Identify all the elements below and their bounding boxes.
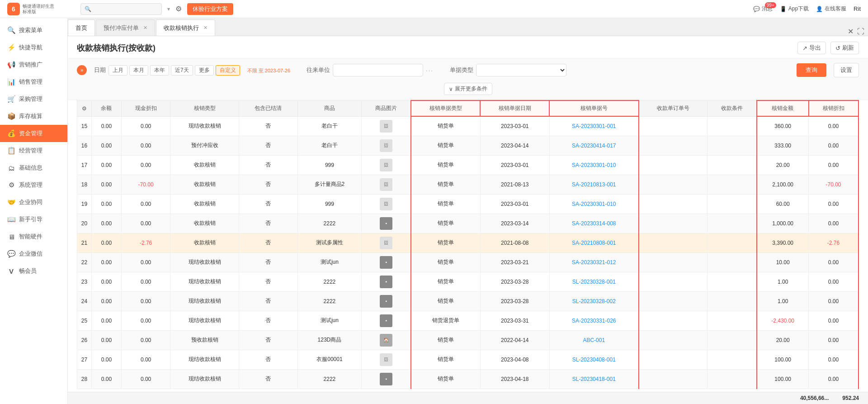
sidebar-item-marketing[interactable]: 📢 营销推广 [0,56,67,73]
cell-verify-type: 预收款核销 [170,330,239,350]
expand-more-icon: ∨ [449,86,453,92]
sidebar-item-quicknav[interactable]: ⚡ 快捷导航 [0,39,67,56]
tab-bar: 首页 预付冲应付单 ✕ 收款核销执行 ✕ ✕ ⛶ [68,18,868,36]
cell-cash-discount: -2.76 [121,233,170,252]
cell-receipt-order-no [639,252,708,272]
cell-bill-no[interactable]: SA-20230331-026 [549,311,638,330]
cell-goods-img: ▪ [362,272,411,291]
cell-bill-no[interactable]: SA-20210813-001 [549,175,638,194]
cell-verify-type: 现结收款核销 [170,272,239,291]
cell-bill-no[interactable]: SA-20230414-017 [549,136,638,155]
sidebar-item-finance[interactable]: 💰 资金管理 [0,125,67,142]
online-service-icon: 👤 [816,6,823,12]
date-more-btn[interactable]: 更多 [195,65,214,76]
cell-goods-img: 🖼 [362,155,411,175]
tab-prepay-close-icon[interactable]: ✕ [143,25,147,31]
export-button[interactable]: ↗ 导出 [797,42,826,54]
cell-goods: 测试jun [297,252,362,272]
filter-bar: » 日期 上月 本月 本年 近7天 更多 自定义 不限 至 202 [68,58,868,100]
logo-text: 畅捷通谱好生意 标准版 [23,4,54,14]
sidebar-item-collab[interactable]: 🤝 企业协同 [0,194,67,211]
cell-bill-no[interactable]: SA-20230301-010 [549,194,638,214]
tab-receipt-verify-close-icon[interactable]: ✕ [203,25,208,31]
cell-verify-amount: 20.00 [757,330,808,350]
cell-verify-type: 现结收款核销 [170,252,239,272]
app-download-button[interactable]: 📱 App下载 [780,5,809,13]
industry-solution-button[interactable]: 休验行业方案 [187,3,233,15]
cell-cash-discount: 0.00 [121,291,170,311]
cell-verify-amount: 2,100.00 [757,175,808,194]
cell-bill-type: 销货单 [411,155,480,175]
sidebar-item-inventory-label: 库存核算 [19,112,42,120]
notifications-button[interactable]: 💬 消息 99+ [753,5,773,13]
tab-home[interactable]: 首页 [68,19,95,36]
sidebar-item-vip[interactable]: V 畅会员 [0,262,67,280]
sidebar-item-sales[interactable]: 📊 销售管理 [0,73,67,90]
cell-bill-no[interactable]: SL-20230418-001 [549,369,638,389]
tab-prepay[interactable]: 预付冲应付单 ✕ [96,19,155,36]
cell-bill-no[interactable]: ABC-001 [549,330,638,350]
billtype-filter-select[interactable] [476,64,566,76]
cell-bill-type: 销货单 [411,233,480,252]
sidebar-item-operations[interactable]: 📋 经营管理 [0,142,67,159]
th-settings[interactable]: ⚙ [77,100,92,116]
cell-bill-no[interactable]: SA-20230321-012 [549,252,638,272]
cell-bill-no[interactable]: SA-20230301-001 [549,116,638,136]
top-search-box[interactable]: 🔍 [80,3,162,15]
date-this-year-btn[interactable]: 本年 [150,65,169,76]
date-last-month-btn[interactable]: 上月 [108,65,127,76]
cell-balance: 0.00 [92,214,122,233]
cell-receipt-order-no [639,369,708,389]
cell-balance: 0.00 [92,369,122,389]
cell-bill-no[interactable]: SA-20230301-010 [549,155,638,175]
sidebar-item-marketing-label: 营销推广 [19,61,42,69]
cell-bill-date: 2023-04-14 [480,136,549,155]
cell-verify-type: 现结收款核销 [170,116,239,136]
sidebar-item-search[interactable]: 🔍 搜索菜单 [0,22,67,39]
cell-verify-amount: 333.00 [757,136,808,155]
cell-goods: 老白干 [297,116,362,136]
sidebar-item-system[interactable]: ⚙ 系统管理 [0,176,67,194]
cell-id: 25 [77,311,92,330]
cell-bill-no[interactable]: SA-20230314-008 [549,214,638,233]
message-icon: 💬 [753,6,760,12]
cell-bill-no[interactable]: SA-20210808-001 [549,233,638,252]
cell-bill-no[interactable]: SL-20230408-001 [549,350,638,369]
cell-bill-no[interactable]: SL-20230328-002 [549,291,638,311]
filter-partner-item: 往来单位 ··· [307,64,434,76]
date-this-month-btn[interactable]: 本月 [129,65,148,76]
cell-id: 21 [77,233,92,252]
cell-verify-amount: 10.00 [757,252,808,272]
cell-balance: 0.00 [92,311,122,330]
cell-cash-discount: 0.00 [121,194,170,214]
cell-cash-discount: -70.00 [121,175,170,194]
date-7days-btn[interactable]: 近7天 [171,65,193,76]
sidebar-item-hardware[interactable]: 🖥 智能硬件 [0,228,67,245]
sidebar-item-guide[interactable]: 📖 新手引导 [0,211,67,228]
th-receipt-condition: 收款条件 [708,100,757,116]
filter-expand-button[interactable]: » [77,65,87,75]
cell-bill-no[interactable]: SL-20230328-001 [549,272,638,291]
sidebar-item-purchase[interactable]: 🛒 采购管理 [0,90,67,108]
tab-receipt-verify[interactable]: 收款核销执行 ✕ [156,19,215,36]
partner-filter-input[interactable] [333,64,423,76]
guide-icon: 📖 [7,215,15,223]
refresh-button[interactable]: ↺ 刷新 [830,42,859,54]
online-service-button[interactable]: 👤 在线客服 [816,5,846,13]
cell-include-settled: 否 [239,252,297,272]
tab-maximize-icon[interactable]: ⛶ [857,28,864,36]
cell-bill-type: 销货单 [411,369,480,389]
setting-button[interactable]: 设置 [834,63,859,77]
sidebar-item-weixin[interactable]: 💬 企业微信 [0,245,67,262]
query-button[interactable]: 查询 [797,63,826,77]
cell-goods: 多计量商品2 [297,175,362,194]
tab-close-window-icon[interactable]: ✕ [848,27,854,36]
expand-more-conditions[interactable]: ∨ 展开更多条件 [444,83,492,95]
date-custom-btn[interactable]: 自定义 [216,65,240,76]
app-download-label: App下载 [788,5,809,13]
sidebar-item-inventory[interactable]: 📦 库存核算 [0,108,67,125]
sidebar-item-basicinfo[interactable]: 🗂 基础信息 [0,159,67,176]
cell-verify-discount: 0.00 [809,369,859,389]
user-menu[interactable]: Rit [854,5,861,12]
settings-gear-icon[interactable]: ⚙ [175,5,182,13]
